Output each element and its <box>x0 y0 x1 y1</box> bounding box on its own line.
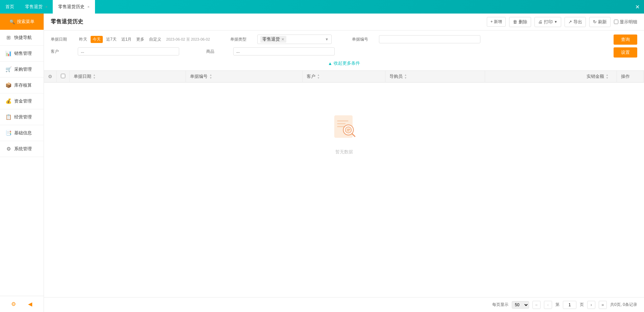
sidebar-item-finance-mgmt[interactable]: 💰资金管理 <box>0 93 44 109</box>
doc-type-tag: 零售退货 ✕ <box>260 36 286 43</box>
page-title: 零售退货历史 <box>51 18 83 25</box>
collapse-sidebar-icon[interactable]: ◀ <box>25 299 35 309</box>
per-page-select[interactable]: 102050100 <box>512 301 529 309</box>
svg-rect-1 <box>337 120 348 121</box>
page-suffix: 页 <box>580 302 584 308</box>
date-shortcuts: 昨天 今天 近7天 近1月 更多 自定义 2023-06-02 至 2023-0… <box>78 36 210 43</box>
delete-label: 删除 <box>519 19 527 25</box>
sys-mgmt-label: 系统管理 <box>14 146 32 152</box>
more-shortcut[interactable]: 更多 <box>135 36 146 43</box>
inventory-calc-icon: 📦 <box>5 82 11 88</box>
col-customer-label: 客户 <box>307 73 315 80</box>
pagination-bar: 每页显示 102050100 « ‹ 第 页 › » 共0页, 0条记录 <box>44 297 644 312</box>
tab-home[interactable]: 首页 <box>0 0 20 14</box>
next-page-button[interactable]: › <box>587 301 595 309</box>
purchase-mgmt-label: 采购管理 <box>14 66 32 72</box>
filter-row-date: 单据日期 昨天 今天 近7天 近1月 更多 自定义 2023-06-02 至 2… <box>51 35 607 44</box>
ops-mgmt-icon: 📋 <box>5 114 11 120</box>
customer-input[interactable] <box>78 47 179 55</box>
settings-footer-icon[interactable]: ⚙ <box>8 299 19 309</box>
table-header: ⚙ 单据日期 ▲▼ 单据编号 <box>44 71 644 83</box>
empty-text: 暂无数据 <box>335 149 353 155</box>
print-label: 打印 <box>544 19 553 25</box>
tab-list: 首页零售退货×零售退货历史× <box>0 0 630 14</box>
delete-button[interactable]: 🗑 删除 <box>509 17 531 27</box>
doc-no-label: 单据编号 <box>352 37 372 42</box>
guide-sort[interactable]: ▲▼ <box>404 74 407 80</box>
amount-sort[interactable]: ▲▼ <box>606 74 609 80</box>
export-button[interactable]: ↗ 导出 <box>565 17 586 27</box>
sidebar-item-sales-mgmt[interactable]: 📊销售管理 <box>0 46 44 62</box>
filter-area: 单据日期 昨天 今天 近7天 近1月 更多 自定义 2023-06-02 至 2… <box>44 30 644 71</box>
today-shortcut[interactable]: 今天 <box>91 36 103 43</box>
sidebar-item-sys-mgmt[interactable]: ⚙系统管理 <box>0 141 44 157</box>
sidebar-item-quick-nav[interactable]: ⊞快捷导航 <box>0 30 44 46</box>
col-guide: 导购员 ▲▼ <box>385 71 485 83</box>
print-button[interactable]: 🖨 打印 ▼ <box>534 17 561 27</box>
svg-point-5 <box>345 127 351 133</box>
tab-retail-return[interactable]: 零售退货× <box>20 0 53 14</box>
custom-shortcut[interactable]: 自定义 <box>148 36 163 43</box>
filter-actions: 查询 设置 <box>614 35 637 58</box>
tab-close-retail-return-history[interactable]: × <box>87 5 89 9</box>
sidebar-search-button[interactable]: 🔍 搜索菜单 <box>0 14 44 30</box>
goods-input[interactable] <box>233 47 335 55</box>
doc-type-tag-close[interactable]: ✕ <box>281 37 284 42</box>
toolbar: + 新增 🗑 删除 🖨 打印 ▼ ↗ 导出 ↻ 刷新 <box>487 17 637 27</box>
basic-info-label: 基础信息 <box>14 130 32 136</box>
display-detail-checkbox[interactable] <box>614 20 618 24</box>
sidebar-item-basic-info[interactable]: 📑基础信息 <box>0 125 44 141</box>
filter-settings-button[interactable]: 设置 <box>614 47 637 58</box>
refresh-label: 刷新 <box>598 19 607 25</box>
doc-no-sort[interactable]: ▲▼ <box>209 74 212 80</box>
doc-date-sort[interactable]: ▲▼ <box>93 74 96 80</box>
sidebar-search-label: 搜索菜单 <box>17 19 34 25</box>
doc-no-input[interactable] <box>379 35 480 43</box>
finance-mgmt-label: 资金管理 <box>14 98 32 104</box>
tab-close-retail-return[interactable]: × <box>45 5 47 9</box>
quick-nav-icon: ⊞ <box>5 35 11 41</box>
col-doc-no: 单据编号 ▲▼ <box>186 71 302 83</box>
page-input[interactable] <box>563 301 576 309</box>
per-page-label: 每页显示 <box>492 302 508 308</box>
yesterday-shortcut[interactable]: 昨天 <box>78 36 89 43</box>
col-action: 操作 <box>617 71 644 83</box>
page-label: 第 <box>555 302 559 308</box>
sidebar-item-ops-mgmt[interactable]: 📋经营管理 <box>0 109 44 125</box>
first-page-button[interactable]: « <box>532 301 541 309</box>
col-doc-date: 单据日期 ▲▼ <box>70 71 186 83</box>
prev-page-button[interactable]: ‹ <box>544 301 552 309</box>
sidebar-item-inventory-calc[interactable]: 📦库存核算 <box>0 77 44 93</box>
export-icon: ↗ <box>568 19 572 24</box>
print-arrow-icon: ▼ <box>554 20 557 24</box>
doc-type-tag-text: 零售退货 <box>262 36 280 42</box>
refresh-button[interactable]: ↻ 刷新 <box>589 17 611 27</box>
inventory-calc-label: 库存核算 <box>14 82 32 88</box>
col-action-label: 操作 <box>621 74 630 79</box>
goods-label: 商品 <box>206 49 226 54</box>
sidebar-item-purchase-mgmt[interactable]: 🛒采购管理 <box>0 62 44 77</box>
search-icon: 🔍 <box>9 19 15 24</box>
collapse-filter-button[interactable]: ▲ 收起更多条件 <box>328 60 360 66</box>
svg-rect-8 <box>347 131 349 131</box>
sales-mgmt-icon: 📊 <box>5 50 11 57</box>
last7-shortcut[interactable]: 近7天 <box>105 36 118 43</box>
query-button[interactable]: 查询 <box>614 35 637 45</box>
doc-type-select[interactable]: 零售退货 ✕ ▼ <box>257 35 332 44</box>
table-settings-icon[interactable]: ⚙ <box>48 74 52 79</box>
col-amount-label: 实销金额 <box>587 73 604 80</box>
quick-nav-label: 快捷导航 <box>14 35 32 41</box>
date-label: 单据日期 <box>51 37 71 42</box>
select-all-checkbox[interactable] <box>61 74 65 78</box>
last1m-shortcut[interactable]: 近1月 <box>120 36 133 43</box>
last-page-button[interactable]: » <box>599 301 607 309</box>
window-close-button[interactable]: ✕ <box>630 0 644 14</box>
tab-retail-return-history[interactable]: 零售退货历史× <box>53 0 95 14</box>
total-label: 共0页, 0条记录 <box>610 302 637 308</box>
finance-mgmt-icon: 💰 <box>5 98 11 104</box>
col-customer: 客户 ▲▼ <box>302 71 385 83</box>
customer-sort[interactable]: ▲▼ <box>317 74 320 80</box>
add-button[interactable]: + 新增 <box>487 17 506 27</box>
col-checkbox <box>57 71 70 83</box>
print-icon: 🖨 <box>538 19 543 24</box>
